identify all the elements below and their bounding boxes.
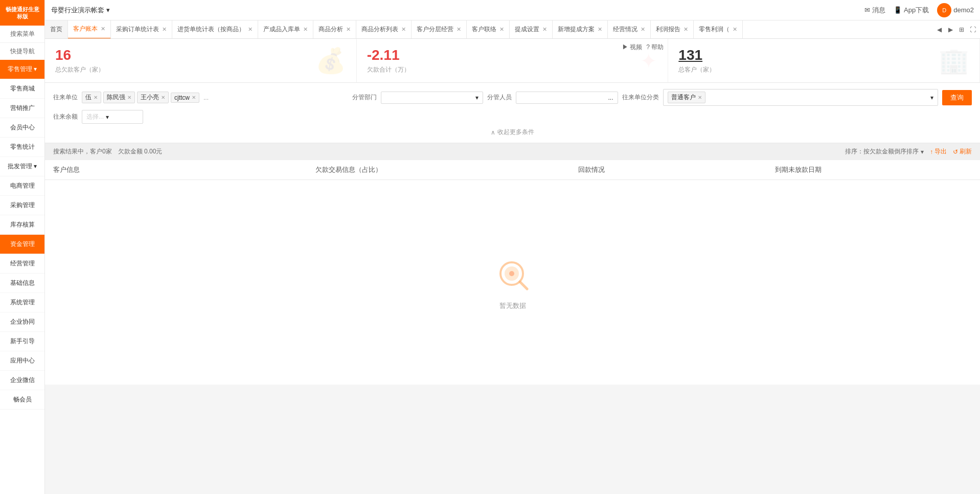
tab-label: 客户分层经营 — [417, 25, 453, 34]
tab-purchase-order-stats[interactable]: 采购订单统计表 ✕ — [111, 20, 172, 39]
company-tag-chen-close[interactable]: ✕ — [127, 95, 131, 100]
tab-close-icon[interactable]: ✕ — [683, 26, 688, 33]
tab-customer-ledger-close[interactable]: ✕ — [101, 26, 105, 32]
sidebar-item-enterprise-collab[interactable]: 企业协同 — [0, 312, 44, 332]
tab-label: 采购订单统计表 — [116, 25, 159, 34]
total-customers-value[interactable]: 131 — [678, 47, 702, 63]
sidebar-item-retail-mgmt[interactable]: 零售管理 ▾ — [0, 60, 44, 79]
tab-production-inbound[interactable]: 产成品入库单 ✕ — [258, 20, 313, 39]
person-filter-label: 分管人员 — [487, 93, 512, 102]
search-info-left: 搜索结果中，客户0家 欠款金额 0.00元 — [53, 147, 162, 156]
tab-close-icon[interactable]: ✕ — [542, 26, 547, 33]
search-info-bar: 搜索结果中，客户0家 欠款金额 0.00元 排序：按欠款金额倒序排序 ▾ ↑ 导… — [45, 143, 980, 160]
tab-close-icon[interactable]: ✕ — [733, 26, 737, 33]
balance-dropdown-icon: ▾ — [106, 114, 109, 121]
sidebar-item-retail-stats[interactable]: 零售统计 — [0, 138, 44, 157]
tab-expand[interactable]: ⊞ — [956, 25, 967, 35]
sidebar-item-system-mgmt[interactable]: 系统管理 — [0, 293, 44, 312]
tab-scroll-left[interactable]: ◀ — [934, 25, 944, 35]
tab-close-icon[interactable]: ✕ — [499, 26, 504, 33]
tab-close-icon[interactable]: ✕ — [641, 26, 645, 33]
refresh-button[interactable]: ↺ 刷新 — [953, 147, 972, 156]
sidebar-fast-nav[interactable]: 快捷导航 — [0, 43, 44, 60]
tab-product-analysis[interactable]: 商品分析 ✕ — [313, 20, 356, 39]
person-filter-select[interactable]: ... — [516, 92, 618, 104]
tab-close-icon[interactable]: ✕ — [598, 26, 602, 33]
filter-row-balance: 往来余额 选择... ▾ — [53, 110, 972, 124]
debit-customers-icon: 💰 — [315, 47, 346, 75]
category-filter-tags: 普通客户 ✕ — [668, 92, 929, 103]
filter-area: 往来单位 伍 ✕ 陈民强 ✕ 王小亮 ✕ cjttcw — [45, 83, 980, 143]
tab-fullscreen[interactable]: ⛶ — [968, 25, 978, 35]
help-btn[interactable]: ? 帮助 — [646, 43, 664, 52]
sidebar-item-purchase-mgmt[interactable]: 采购管理 — [0, 196, 44, 215]
dept-filter-select[interactable]: ▾ — [381, 92, 483, 104]
search-info-right: 排序：按欠款金额倒序排序 ▾ ↑ 导出 ↺ 刷新 — [845, 147, 972, 156]
tab-close-icon[interactable]: ✕ — [162, 26, 167, 33]
sidebar-item-operations-mgmt[interactable]: 经营管理 — [0, 254, 44, 274]
company-tag-wu-close[interactable]: ✕ — [94, 95, 98, 100]
balance-filter-placeholder: 选择... — [86, 113, 104, 121]
tab-close-icon[interactable]: ✕ — [346, 26, 351, 33]
collapse-filter-btn[interactable]: ∧ 收起更多条件 — [53, 128, 972, 137]
logo-text: 畅捷通好生意 标版 — [6, 6, 39, 20]
app-download-label: App下载 — [904, 6, 929, 15]
sidebar-item-vip-member[interactable]: 畅会员 — [0, 390, 44, 410]
tab-close-icon[interactable]: ✕ — [457, 26, 461, 33]
sidebar-item-retail-mall[interactable]: 零售商城 — [0, 79, 44, 99]
sidebar-item-capital-mgmt[interactable]: 资金管理 — [0, 235, 44, 254]
sidebar-item-wholesale-mgmt[interactable]: 批发管理 ▾ — [0, 157, 44, 176]
tab-customer-ledger[interactable]: 客户账本 ✕ — [68, 20, 111, 39]
tab-operation-status[interactable]: 经营情况 ✕ — [608, 20, 651, 39]
export-button[interactable]: ↑ 导出 — [930, 147, 947, 156]
category-filter-select[interactable]: 普通客户 ✕ ▾ — [663, 89, 939, 106]
sidebar-item-inventory[interactable]: 库存核算 — [0, 215, 44, 235]
category-tag-normal: 普通客户 ✕ — [668, 92, 705, 103]
tab-product-analysis-list[interactable]: 商品分析列表 ✕ — [356, 20, 412, 39]
tab-profit-report[interactable]: 利润报告 ✕ — [651, 20, 694, 39]
tab-customer-contact[interactable]: 客户联络 ✕ — [467, 20, 510, 39]
dept-dropdown-icon: ▾ — [475, 94, 478, 101]
svg-line-2 — [520, 282, 527, 289]
company-filter-tags: 伍 ✕ 陈民强 ✕ 王小亮 ✕ cjttcw ✕ ... — [82, 92, 348, 103]
empty-text: 暂无数据 — [499, 301, 526, 310]
tab-new-raise-plan[interactable]: 新增提成方案 ✕ — [553, 20, 608, 39]
tab-incoming-stats[interactable]: 进货单统计表（按商品） ✕ — [172, 20, 258, 39]
tab-retail-profit[interactable]: 零售利润（ ✕ — [694, 20, 743, 39]
sidebar-item-members[interactable]: 会员中心 — [0, 118, 44, 138]
company-filter-label: 往来单位 — [53, 93, 78, 102]
balance-filter-select[interactable]: 选择... ▾ — [82, 110, 143, 124]
company-filter-more[interactable]: ... — [201, 93, 211, 102]
sidebar-item-app-center[interactable]: 应用中心 — [0, 351, 44, 371]
company-tag-wang-close[interactable]: ✕ — [161, 95, 165, 100]
tab-close-icon[interactable]: ✕ — [248, 26, 253, 33]
tabbar: 首页 客户账本 ✕ 采购订单统计表 ✕ 进货单统计表（按商品） ✕ 产成品入库单… — [45, 20, 980, 39]
tab-raise-settings[interactable]: 提成设置 ✕ — [510, 20, 553, 39]
query-button[interactable]: 查询 — [942, 90, 972, 105]
sidebar-item-new-guide[interactable]: 新手引导 — [0, 332, 44, 351]
tab-label: 进货单统计表（按商品） — [177, 25, 245, 34]
sidebar-search[interactable]: 搜索菜单 — [0, 26, 44, 43]
sidebar-item-basic-info[interactable]: 基础信息 — [0, 274, 44, 293]
sidebar-item-marketing[interactable]: 营销推广 — [0, 99, 44, 118]
table-header: 客户信息 欠款交易信息（占比） 回款情况 到期未放款日期 — [45, 160, 980, 180]
tab-close-icon[interactable]: ✕ — [303, 26, 308, 33]
tab-home[interactable]: 首页 — [45, 20, 68, 39]
tab-customer-tiering[interactable]: 客户分层经营 ✕ — [412, 20, 467, 39]
user-area[interactable]: D demo2 — [937, 3, 974, 17]
app-download-btn[interactable]: 📱 App下载 — [894, 6, 929, 15]
tab-close-icon[interactable]: ✕ — [401, 26, 406, 33]
company-tag-cjttcw-close[interactable]: ✕ — [192, 95, 196, 100]
sort-selector[interactable]: 排序：按欠款金额倒序排序 ▾ — [845, 147, 924, 156]
tab-scroll-right[interactable]: ▶ — [945, 25, 955, 35]
sidebar-item-ecommerce-mgmt[interactable]: 电商管理 — [0, 176, 44, 196]
tab-label: 商品分析列表 — [361, 25, 398, 34]
message-btn[interactable]: ✉ 消息 — [864, 6, 885, 15]
account-selector[interactable]: 母婴行业演示帐套 ▾ — [51, 6, 110, 15]
sidebar-item-enterprise-wechat[interactable]: 企业微信 — [0, 371, 44, 390]
category-tag-close[interactable]: ✕ — [698, 95, 702, 100]
sort-label: 排序：按欠款金额倒序排序 — [845, 147, 919, 156]
company-tag-cjttcw-label: cjttcw — [174, 94, 190, 101]
video-btn[interactable]: ▶ 视频 — [622, 43, 642, 52]
tab-label: 零售利润（ — [699, 25, 730, 34]
